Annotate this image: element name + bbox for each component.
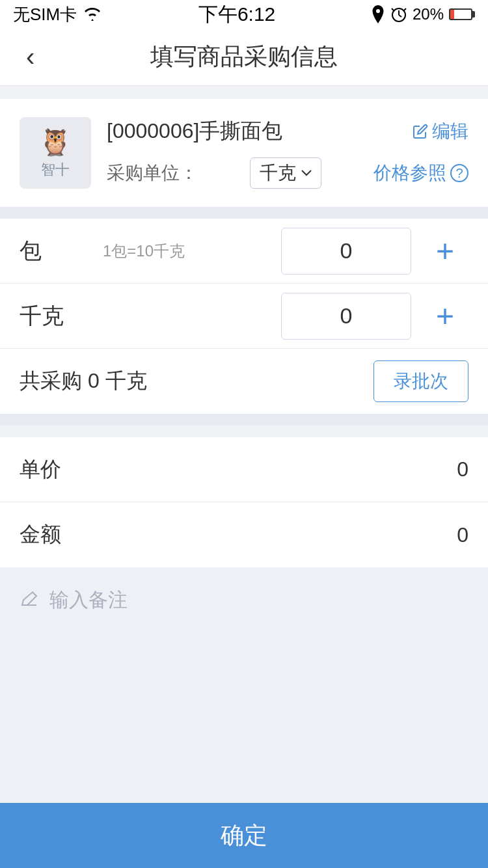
edit-icon [413, 124, 428, 139]
summary-row: 共采购 0 千克 录批次 [0, 349, 488, 414]
alarm-icon [390, 5, 407, 23]
price-ref-label: 价格参照 [373, 161, 446, 185]
price-value-unit: 0 [457, 457, 468, 481]
battery-icon [449, 8, 475, 20]
note-section[interactable]: 输入备注 [0, 567, 488, 633]
product-thumb-icon: 🦉 [39, 127, 72, 157]
edit-button[interactable]: 编辑 [413, 119, 468, 144]
price-label-amount: 金额 [20, 521, 61, 549]
summary-text: 共采购 0 千克 [20, 367, 147, 396]
location-icon [371, 5, 385, 23]
price-ref-button[interactable]: 价格参照 ? [373, 161, 468, 185]
price-section: 单价 0 金额 0 [0, 437, 488, 567]
page-title: 填写商品采购信息 [150, 41, 338, 73]
summary-prefix: 共采购 [20, 369, 82, 392]
unit-label-prefix: 采购单位： [107, 161, 198, 185]
battery-percent: 20% [413, 5, 444, 23]
plus-button-kg[interactable]: + [422, 293, 468, 340]
quantity-row-bag: 包 1包=10千克 + [0, 219, 488, 284]
quantity-input-wrap-kg: + [98, 293, 468, 340]
sim-text: 无SIM卡 [13, 3, 77, 26]
separator-2 [0, 414, 488, 426]
status-right: 20% [371, 5, 475, 23]
unit-select[interactable]: 千克 [250, 157, 321, 189]
quantity-section: 包 1包=10千克 + 千克 + [0, 219, 488, 349]
summary-unit: 千克 [105, 369, 147, 392]
status-left: 无SIM卡 [13, 3, 103, 26]
separator-1 [0, 207, 488, 219]
confirm-button[interactable]: 确定 [0, 803, 488, 868]
product-card: 🦉 智十 [0000006]手撕面包 编辑 采购单位： 千克 价格参照 ? [0, 99, 488, 207]
product-code: [0000006] [107, 119, 199, 142]
quantity-input-kg[interactable] [281, 293, 411, 340]
quantity-label-kg: 千克 [20, 301, 98, 331]
unit-value: 千克 [260, 161, 296, 185]
back-button[interactable]: ‹ [20, 36, 41, 78]
product-thumbnail: 🦉 智十 [20, 117, 91, 189]
quantity-label-bag: 包 [20, 236, 98, 266]
wifi-icon [82, 7, 103, 21]
help-icon: ? [450, 164, 468, 182]
note-placeholder: 输入备注 [49, 587, 128, 614]
status-time: 下午6:12 [198, 1, 275, 28]
product-info: [0000006]手撕面包 编辑 采购单位： 千克 价格参照 ? [107, 117, 468, 189]
product-name: [0000006]手撕面包 [107, 117, 282, 146]
product-unit-row: 采购单位： 千克 价格参照 ? [107, 157, 468, 189]
svg-line-2 [399, 15, 401, 17]
edit-label: 编辑 [432, 119, 468, 144]
price-value-amount: 0 [457, 523, 468, 547]
price-row-amount: 金额 0 [0, 502, 488, 567]
price-label-unit: 单价 [20, 455, 61, 484]
price-row-unit: 单价 0 [0, 437, 488, 502]
quantity-row-kg: 千克 + [0, 284, 488, 349]
status-bar: 无SIM卡 下午6:12 20% [0, 0, 488, 29]
quantity-input-wrap-bag: + [185, 228, 468, 275]
product-thumb-label: 智十 [41, 160, 70, 180]
batch-button[interactable]: 录批次 [373, 360, 468, 402]
nav-bar: ‹ 填写商品采购信息 [0, 29, 488, 86]
summary-value: 0 [88, 369, 100, 392]
quantity-sub-label-bag: 1包=10千克 [103, 241, 185, 262]
quantity-input-bag[interactable] [281, 228, 411, 275]
pencil-icon [20, 591, 39, 610]
product-name-text: 手撕面包 [199, 119, 282, 142]
chevron-down-icon [301, 170, 312, 176]
product-name-row: [0000006]手撕面包 编辑 [107, 117, 468, 146]
plus-button-bag[interactable]: + [422, 228, 468, 275]
